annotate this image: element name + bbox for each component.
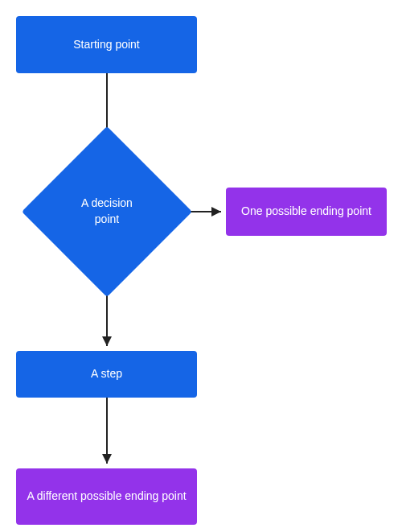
node-start-label: Starting point xyxy=(73,37,140,53)
node-end-bottom: A different possible ending point xyxy=(16,468,197,525)
node-end-right-label: One possible ending point xyxy=(241,204,371,220)
node-end-bottom-label: A different possible ending point xyxy=(27,489,186,505)
node-step-label: A step xyxy=(91,366,122,382)
node-start: Starting point xyxy=(16,16,197,73)
node-decision-label: A decision point xyxy=(47,151,167,272)
node-end-right: One possible ending point xyxy=(226,188,387,236)
node-decision: A decision point xyxy=(47,151,167,272)
node-step: A step xyxy=(16,351,197,398)
